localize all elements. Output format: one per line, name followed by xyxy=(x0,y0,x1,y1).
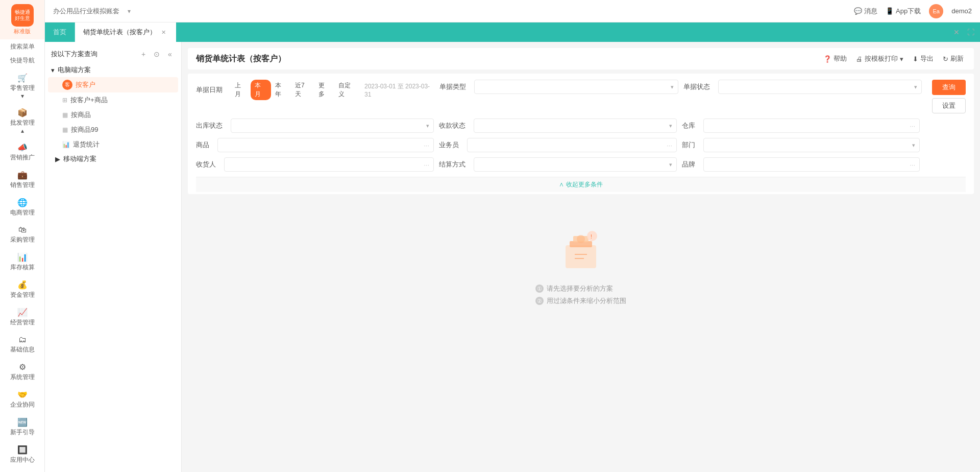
recipient-dots-icon[interactable]: ··· xyxy=(424,161,429,169)
minimize-btn[interactable]: ✕ xyxy=(951,27,962,37)
app-download-label: App下载 xyxy=(896,7,921,16)
sidebar-item-wholesale[interactable]: 📦 批发管理 ▴ xyxy=(0,104,44,138)
date-range-text: 2023-03-01 至 2023-03-31 xyxy=(364,82,434,98)
query-buttons: 查询 设置 xyxy=(932,80,966,113)
tab-home[interactable]: 首页 xyxy=(45,22,75,42)
svg-text:!: ! xyxy=(591,234,592,240)
collapse-panel-btn[interactable]: « xyxy=(165,49,175,59)
query-btn[interactable]: 查询 xyxy=(932,80,966,95)
wholesale-arrow-icon: ▴ xyxy=(21,127,24,134)
staff-select[interactable]: ··· xyxy=(467,138,677,152)
stock-status-select[interactable]: ▾ xyxy=(231,119,434,133)
sidebar-item-sales[interactable]: 💼 销售管理 xyxy=(0,166,44,194)
scheme-settings-btn[interactable]: ⊙ xyxy=(152,49,162,59)
sidebar-item-system[interactable]: ⚙ 系统管理 xyxy=(0,358,44,386)
empty-tips-list: ① 请先选择要分析的方案 ② 用过滤条件来缩小分析范围 xyxy=(535,284,626,309)
date-btn-this-month[interactable]: 本月 xyxy=(251,80,271,100)
order-type-chevron: ▾ xyxy=(671,84,674,90)
scheme-by-product99[interactable]: ▦ 按商品99 xyxy=(48,123,178,137)
export-btn[interactable]: ⬇ 导出 xyxy=(911,53,936,64)
product99-icon: ▦ xyxy=(62,126,68,133)
tab-close-icon[interactable]: ✕ xyxy=(159,28,167,36)
sidebar-item-finance[interactable]: 💰 资金管理 xyxy=(0,276,44,303)
staff-dots-icon[interactable]: ··· xyxy=(667,141,672,149)
left-panel-title: 按以下方案查询 xyxy=(51,50,97,59)
order-type-label: 单据类型 xyxy=(439,82,466,91)
topbar: 办公用品行业模拟账套 ▾ 💬 消息 📱 App下载 Ea demo2 xyxy=(45,0,980,22)
order-status-select[interactable]: ▾ xyxy=(718,80,922,94)
product-select[interactable]: ··· xyxy=(217,138,434,152)
date-btn-7days[interactable]: 近7天 xyxy=(291,80,314,100)
date-btn-custom[interactable]: 自定义 xyxy=(334,80,360,100)
date-btn-this-year[interactable]: 本年 xyxy=(271,80,291,100)
brand-select[interactable]: ··· xyxy=(703,157,920,172)
date-btn-more[interactable]: 更多 xyxy=(314,80,334,100)
sidebar-item-ecommerce[interactable]: 🌐 电商管理 xyxy=(0,194,44,221)
customer-dot: 客 xyxy=(62,80,72,90)
tip-text-1: 请先选择要分析的方案 xyxy=(547,284,613,293)
scheme-returns[interactable]: 📊 退货统计 xyxy=(48,137,178,152)
mobile-group-header[interactable]: ▶ 移动端方案 xyxy=(45,152,181,166)
svg-point-3 xyxy=(577,235,585,243)
desktop-group-header[interactable]: ▾ 电脑端方案 xyxy=(45,63,181,77)
sidebar-item-label: 批发管理 xyxy=(10,119,35,127)
svg-rect-0 xyxy=(566,245,596,268)
app-download-btn[interactable]: 📱 App下载 xyxy=(886,7,921,16)
sidebar-item-inventory[interactable]: 📊 库存核算 xyxy=(0,248,44,276)
topbar-dropdown-icon[interactable]: ▾ xyxy=(128,8,131,15)
sidebar-item-guide[interactable]: 🆕 新手引导 xyxy=(0,413,44,441)
sidebar-item-corp[interactable]: 🤝 企业协同 xyxy=(0,386,44,413)
brand-dots-icon[interactable]: ··· xyxy=(910,161,915,169)
tab-bar: 首页 销货单统计表（按客户） ✕ ✕ ⛶ xyxy=(45,22,980,42)
settle-select[interactable]: ▾ xyxy=(474,157,677,172)
logo-icon: 畅捷通好生意 xyxy=(11,4,34,27)
mobile-group-arrow: ▶ xyxy=(55,155,60,163)
scheme-by-product[interactable]: ▦ 按商品 xyxy=(48,108,178,122)
finance-icon: 💰 xyxy=(17,280,28,290)
dept-select[interactable]: ▾ xyxy=(703,138,920,152)
warehouse-dots-icon[interactable]: ··· xyxy=(910,122,915,130)
logo-text: 畅捷通好生意 xyxy=(15,9,30,21)
payment-status-select[interactable]: ▾ xyxy=(474,119,677,133)
collapse-btn[interactable]: ∧ 收起更多条件 xyxy=(196,177,966,192)
user-name[interactable]: demo2 xyxy=(951,7,972,15)
desktop-group-label: 电脑端方案 xyxy=(58,65,91,75)
scheme-customer-label: 按客户 xyxy=(76,80,95,89)
ecommerce-icon: 🌐 xyxy=(17,198,28,207)
guide-icon: 🆕 xyxy=(17,417,28,427)
sidebar-item-ops[interactable]: 📈 经营管理 xyxy=(0,303,44,331)
marketing-icon: 📣 xyxy=(17,143,28,152)
date-selector: 上月 本月 本年 近7天 更多 自定义 2023-03-01 至 2023-03… xyxy=(231,80,434,100)
sidebar-item-marketing[interactable]: 📣 营销推广 xyxy=(0,138,44,166)
quick-nav-btn[interactable]: 快捷导航 xyxy=(0,54,44,67)
filter-section: 单据日期 上月 本月 本年 近7天 更多 自定义 2023-03-01 至 20… xyxy=(188,74,974,194)
recipient-select[interactable]: ··· xyxy=(224,157,434,172)
add-scheme-btn[interactable]: + xyxy=(138,49,149,59)
order-type-select[interactable]: ▾ xyxy=(474,80,678,94)
page-header: 销货单统计表（按客户） ❓ 帮助 🖨 按模板打印 ▾ ⬇ 导出 xyxy=(188,48,974,69)
sidebar-item-label: 企业协同 xyxy=(10,400,35,409)
warehouse-select[interactable]: ··· xyxy=(703,119,920,133)
maximize-btn[interactable]: ⛶ xyxy=(966,27,976,37)
user-avatar[interactable]: Ea xyxy=(929,4,943,18)
sidebar-item-purchase[interactable]: 🛍 采购管理 xyxy=(0,221,44,248)
tab-home-label: 首页 xyxy=(53,28,66,37)
date-btn-last-month[interactable]: 上月 xyxy=(231,80,251,100)
tip-num-2: ② xyxy=(535,297,544,305)
help-btn[interactable]: ❓ 帮助 xyxy=(821,53,849,64)
scheme-by-customer[interactable]: 客 按客户 xyxy=(48,77,178,92)
sidebar-item-base[interactable]: 🗂 基础信息 xyxy=(0,331,44,358)
print-btn[interactable]: 🖨 按模板打印 ▾ xyxy=(854,53,905,64)
sidebar-item-apps[interactable]: 🔲 应用中心 xyxy=(0,441,44,468)
scheme-by-customer-product[interactable]: ⊞ 按客户+商品 xyxy=(48,93,178,107)
sales-icon: 💼 xyxy=(17,170,28,180)
product-dots-icon[interactable]: ··· xyxy=(424,141,429,149)
settings-btn[interactable]: 设置 xyxy=(932,98,966,113)
sidebar-item-wechat[interactable]: 💬 企业微信 xyxy=(0,468,44,472)
topbar-actions: 💬 消息 📱 App下载 Ea demo2 xyxy=(854,4,972,18)
search-menu-btn[interactable]: 搜索菜单 xyxy=(0,39,44,54)
sidebar-item-retail[interactable]: 🛒 零售管理 ▾ xyxy=(0,69,44,104)
refresh-btn[interactable]: ↻ 刷新 xyxy=(941,53,966,64)
tab-report[interactable]: 销货单统计表（按客户） ✕ xyxy=(75,22,176,42)
message-btn[interactable]: 💬 消息 xyxy=(854,7,877,16)
